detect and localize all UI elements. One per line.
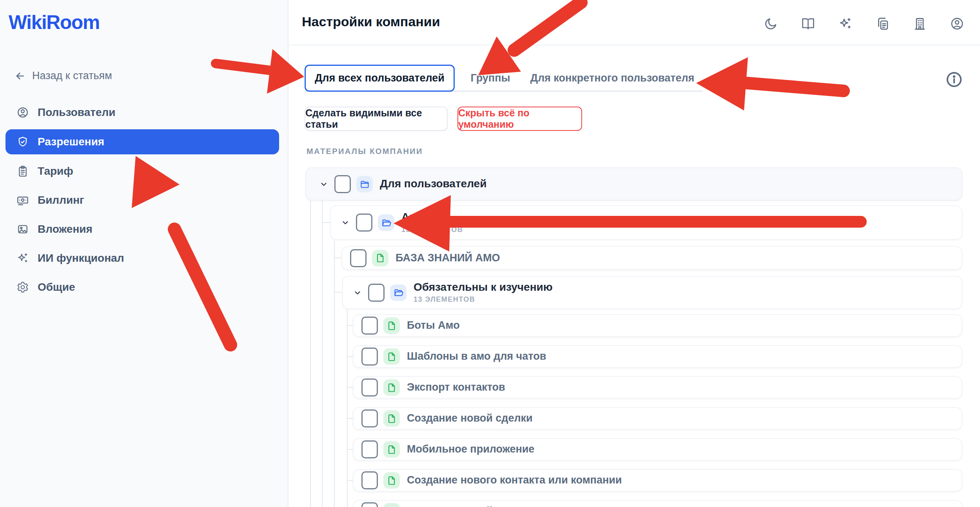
tree-row-count: 13 ЭЛЕМЕНТОВ	[401, 226, 463, 234]
back-to-articles-label: Назад к статьям	[32, 70, 112, 82]
tree-row-for-users[interactable]: Для пользователей	[305, 167, 962, 201]
sidebar-item-label: Вложения	[38, 223, 93, 235]
tree-row-title: БАЗА ЗНАНИЙ АМО	[396, 252, 500, 264]
tree-row-amo-bots[interactable]: Боты Амо	[353, 314, 962, 337]
row-checkbox[interactable]	[334, 175, 351, 193]
tab-label: Для конкретного пользователя	[530, 72, 695, 84]
sidebar: WikiRoom Назад к статьям Пользователи Ра…	[0, 0, 289, 507]
copy-icon[interactable]	[875, 16, 890, 31]
tree-row-title: Создание новой сделки	[407, 413, 533, 424]
header-icon-bar	[764, 16, 964, 31]
document-icon	[383, 472, 400, 489]
tree-row-new-deal[interactable]: Создание новой сделки	[353, 407, 962, 430]
chevron-down-icon[interactable]	[340, 217, 350, 228]
folder-open-icon	[390, 284, 407, 301]
book-open-icon[interactable]	[801, 16, 815, 31]
sparkles-icon[interactable]	[838, 16, 853, 31]
tree-row-mobile-app[interactable]: Мобильное приложение	[353, 438, 962, 461]
hide-all-by-default-button[interactable]: Скрыть всё по умолчанию	[457, 107, 582, 131]
ai-sparkles-icon	[16, 252, 29, 264]
tree-row-title: Мобильное приложение	[407, 444, 534, 455]
info-icon[interactable]	[945, 70, 964, 89]
tree-row-title: Создание нового контакта или компании	[407, 474, 622, 486]
tab-label: Группы	[470, 72, 510, 84]
back-to-articles-link[interactable]: Назад к статьям	[14, 70, 112, 82]
header-divider	[289, 45, 980, 45]
tab-all-users[interactable]: Для всех пользователей	[305, 65, 455, 92]
tree-row-title: Обязательны к изучению	[414, 281, 553, 293]
row-checkbox[interactable]	[361, 317, 378, 335]
tree-row-title: Для пользователей	[380, 178, 486, 190]
tree-guide-tick	[347, 480, 353, 481]
tree-row-required-learning[interactable]: Обязательны к изучению 13 ЭЛЕМЕНТОВ	[342, 276, 962, 309]
section-label: МАТЕРИАЛЫ КОМПАНИИ	[307, 147, 423, 156]
chevron-down-icon[interactable]	[352, 288, 363, 298]
row-checkbox[interactable]	[350, 249, 367, 267]
shield-check-icon	[16, 136, 29, 148]
sidebar-item-label: ИИ функционал	[38, 252, 124, 264]
document-icon	[383, 317, 400, 334]
button-label: Сделать видимыми все статьи	[305, 107, 447, 130]
row-checkbox[interactable]	[361, 502, 378, 507]
sidebar-item-label: Биллинг	[38, 194, 84, 206]
show-all-articles-button[interactable]: Сделать видимыми все статьи	[305, 107, 448, 131]
sidebar-item-ai[interactable]: ИИ функционал	[0, 244, 289, 273]
tree-row-title: AmoCrm	[401, 211, 463, 223]
tree-row-title: Создание новой задачи	[407, 505, 532, 507]
attachments-image-icon	[16, 223, 29, 235]
tree-guide-tick	[347, 449, 353, 450]
tree-row-amo-knowledge-base[interactable]: БАЗА ЗНАНИЙ АМО	[341, 246, 962, 270]
sidebar-item-general[interactable]: Общие	[0, 273, 289, 302]
tree-row-amo-chat-templates[interactable]: Шаблоны в амо для чатов	[353, 345, 962, 368]
account-icon[interactable]	[950, 16, 964, 31]
tab-label: Для всех пользователей	[315, 72, 445, 84]
sidebar-item-permissions[interactable]: Разрешения	[5, 129, 279, 154]
tree-row-partial[interactable]: Создание новой задачи	[353, 500, 962, 507]
tree-guide-tick	[334, 292, 342, 293]
document-icon	[383, 348, 400, 365]
sidebar-item-attachments[interactable]: Вложения	[0, 215, 289, 244]
sidebar-item-billing[interactable]: Биллинг	[0, 186, 289, 215]
arrow-to-tab-specific-user	[696, 57, 844, 110]
tree-row-title: Шаблоны в амо для чатов	[407, 351, 546, 362]
user-circle-icon	[16, 106, 29, 119]
sidebar-item-users[interactable]: Пользователи	[0, 98, 289, 127]
app-logo: WikiRoom	[9, 11, 100, 34]
tariff-clipboard-icon	[16, 165, 29, 177]
document-icon	[383, 410, 400, 427]
sidebar-item-label: Разрешения	[38, 136, 104, 148]
tree-row-title: Боты Амо	[407, 320, 460, 331]
tree-guide-tick	[334, 257, 341, 258]
settings-gear-icon	[16, 281, 29, 293]
row-checkbox[interactable]	[361, 471, 378, 489]
tree-guide-line	[347, 310, 348, 507]
tree-row-amocrm[interactable]: AmoCrm 13 ЭЛЕМЕНТОВ	[330, 205, 962, 240]
tree-guide-line	[310, 201, 311, 507]
tree-guide-line	[334, 241, 335, 507]
tree-row-new-contact-or-company[interactable]: Создание нового контакта или компании	[353, 469, 962, 492]
row-checkbox[interactable]	[361, 409, 378, 427]
tree-row-count: 13 ЭЛЕМЕНТОВ	[414, 295, 553, 304]
document-icon	[383, 441, 400, 458]
chevron-down-icon[interactable]	[319, 179, 329, 189]
button-label: Скрыть всё по умолчанию	[458, 107, 581, 130]
tree-row-export-contacts[interactable]: Экспорт контактов	[353, 376, 962, 399]
tree-guide-tick	[347, 418, 353, 419]
billing-banknote-icon	[16, 194, 29, 206]
tab-groups[interactable]: Группы	[469, 65, 512, 92]
row-checkbox[interactable]	[356, 214, 372, 232]
sidebar-item-label: Общие	[38, 281, 75, 293]
page-title: Настройки компании	[302, 14, 440, 29]
folder-open-icon	[378, 214, 394, 231]
document-icon	[372, 250, 388, 266]
row-checkbox[interactable]	[361, 440, 378, 458]
row-checkbox[interactable]	[368, 284, 385, 302]
building-icon[interactable]	[913, 16, 927, 31]
row-checkbox[interactable]	[361, 348, 378, 366]
tab-specific-user[interactable]: Для конкретного пользователя	[530, 65, 695, 92]
arrow-left-icon	[14, 70, 26, 82]
row-checkbox[interactable]	[361, 378, 378, 397]
tree-guide-tick	[347, 356, 353, 357]
moon-icon[interactable]	[764, 16, 778, 31]
sidebar-item-tariff[interactable]: Тариф	[0, 157, 289, 186]
